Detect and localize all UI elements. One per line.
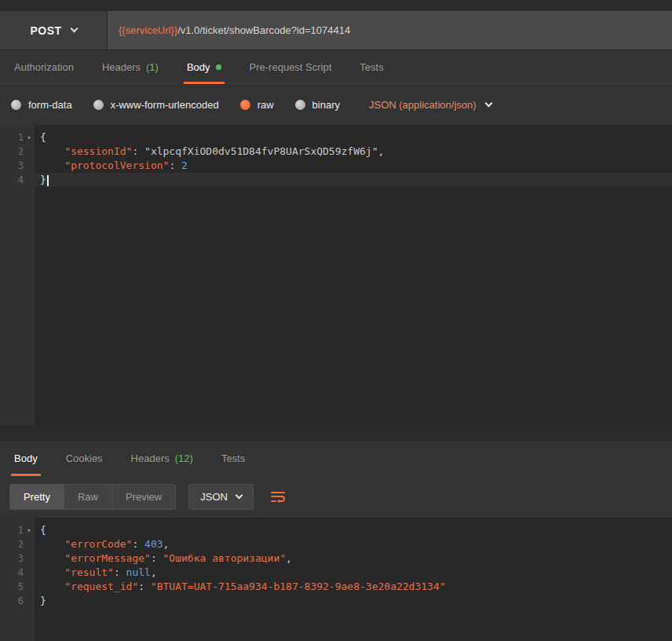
tab-tests[interactable]: Tests xyxy=(345,50,397,83)
tab-label: Tests xyxy=(221,452,245,464)
code-token: , xyxy=(378,145,384,157)
code-token: "sessionId" xyxy=(64,145,132,157)
code-token xyxy=(40,552,64,564)
code-token: "BTUAT=UAT-715aa934-b187-8392-9ae8-3e20a… xyxy=(151,581,446,592)
line-number: 3 xyxy=(0,159,35,173)
code-line: } xyxy=(35,594,672,608)
code-token: "result" xyxy=(64,566,114,578)
tab-authorization[interactable]: Authorization xyxy=(0,50,88,83)
tab-body[interactable]: Body xyxy=(173,50,236,83)
line-number: 2 xyxy=(0,537,35,551)
code-token: : xyxy=(132,145,144,157)
code-token xyxy=(40,538,64,550)
code-token: } xyxy=(40,595,46,606)
mode-label: raw xyxy=(257,99,274,111)
code-token xyxy=(40,159,64,171)
tab-label: Body xyxy=(14,452,38,464)
mode-x-www-form-urlencoded[interactable]: x-www-form-urlencoded xyxy=(93,99,219,111)
code-token: : xyxy=(151,552,163,564)
mode-label: x-www-form-urlencoded xyxy=(111,99,219,111)
response-tabs: Body Cookies Headers (12) Tests xyxy=(0,441,672,475)
postman-window: POST {{serviceUrl}}/v1.0/ticket/showBarc… xyxy=(0,0,672,641)
mode-binary[interactable]: binary xyxy=(295,99,340,111)
editor-gutter: 1▾23456 xyxy=(0,518,35,641)
request-tabs: Authorization Headers (1) Body Pre-reque… xyxy=(0,50,672,84)
pretty-button[interactable]: Pretty xyxy=(10,485,64,509)
headers-count-badge: (1) xyxy=(146,61,159,73)
tab-response-tests[interactable]: Tests xyxy=(207,441,259,475)
tab-label: Body xyxy=(187,61,210,73)
tab-label: Headers xyxy=(102,61,141,73)
editor-gutter: 1▾234 xyxy=(0,125,35,425)
response-format-select[interactable]: JSON xyxy=(188,484,254,510)
code-token: "errorCode" xyxy=(64,538,132,550)
format-label: JSON xyxy=(200,491,228,503)
headers-count-badge: (12) xyxy=(175,452,193,464)
code-token: : xyxy=(138,581,151,592)
tab-label: Tests xyxy=(360,61,383,73)
chevron-down-icon xyxy=(70,25,78,33)
code-line: "request_id": "BTUAT=UAT-715aa934-b187-8… xyxy=(35,580,672,594)
tab-label: Headers xyxy=(131,452,170,464)
code-token: { xyxy=(40,131,46,143)
content-type-label: JSON (application/json) xyxy=(369,99,477,111)
viewer-code-area: { "errorCode": 403, "errorMessage": "Оши… xyxy=(35,518,672,641)
fold-arrow-icon[interactable]: ▾ xyxy=(24,523,35,537)
body-green-dot xyxy=(216,64,221,70)
code-token xyxy=(40,566,64,578)
mode-label: form-data xyxy=(28,99,72,111)
request-bar: POST {{serviceUrl}}/v1.0/ticket/showBarc… xyxy=(0,11,672,50)
code-token: "Ошибка авторизации" xyxy=(163,552,287,564)
method-select[interactable]: POST xyxy=(0,11,108,49)
radio-icon xyxy=(11,100,21,110)
code-token: "protocolVersion" xyxy=(64,159,169,171)
code-line: "sessionId": "xlpcqfXiOD0dv51D84fvP8UArS… xyxy=(35,145,672,159)
mode-label: binary xyxy=(312,99,340,111)
tab-pre-request-script[interactable]: Pre-request Script xyxy=(236,50,346,83)
code-token: null xyxy=(126,566,151,578)
line-number: 4 xyxy=(0,173,35,187)
tab-response-headers[interactable]: Headers (12) xyxy=(117,441,207,475)
raw-button[interactable]: Raw xyxy=(64,485,111,509)
line-number: 3 xyxy=(0,551,35,566)
radio-icon xyxy=(295,100,305,110)
code-token: } xyxy=(40,174,46,185)
wrap-lines-button[interactable] xyxy=(266,485,290,508)
fold-arrow-icon[interactable]: ▾ xyxy=(24,130,35,145)
editor-code-area[interactable]: { "sessionId": "xlpcqfXiOD0dv51D84fvP8UA… xyxy=(35,125,672,425)
response-body-viewer: 1▾23456 { "errorCode": 403, "errorMessag… xyxy=(0,518,672,641)
code-line: "protocolVersion": 2 xyxy=(35,159,672,173)
mode-form-data[interactable]: form-data xyxy=(11,99,72,111)
body-mode-row: form-data x-www-form-urlencoded raw bina… xyxy=(0,84,672,125)
view-mode-group: Pretty Raw Preview xyxy=(9,484,176,510)
code-line: } xyxy=(35,173,672,187)
method-label: POST xyxy=(30,24,61,37)
code-token: , xyxy=(286,552,292,564)
text-cursor xyxy=(47,175,49,186)
url-input[interactable]: {{serviceUrl}}/v1.0/ticket/showBarcode?i… xyxy=(108,11,672,49)
tab-label: Authorization xyxy=(14,61,74,73)
code-line: { xyxy=(35,130,672,145)
code-token: "xlpcqfXiOD0dv51D84fvP8UArSxQD59zfW6j" xyxy=(144,145,378,157)
window-top-strip xyxy=(0,0,672,11)
tab-label: Cookies xyxy=(66,452,103,464)
preview-button[interactable]: Preview xyxy=(111,485,175,509)
tab-headers[interactable]: Headers (1) xyxy=(88,50,173,83)
code-line: "errorCode": 403, xyxy=(35,537,672,551)
code-token xyxy=(40,145,64,157)
tab-response-body[interactable]: Body xyxy=(0,441,52,475)
request-body-editor: 1▾234 { "sessionId": "xlpcqfXiOD0dv51D84… xyxy=(0,125,672,425)
content-type-select[interactable]: JSON (application/json) xyxy=(369,99,491,111)
mode-raw[interactable]: raw xyxy=(240,99,274,111)
code-line: { xyxy=(35,523,672,537)
chevron-down-icon xyxy=(484,99,492,107)
line-number: 1▾ xyxy=(0,523,35,537)
code-token xyxy=(40,581,64,592)
code-line: "errorMessage": "Ошибка авторизации", xyxy=(35,551,672,566)
section-divider xyxy=(0,425,672,441)
code-token: 403 xyxy=(144,538,163,550)
tab-cookies[interactable]: Cookies xyxy=(52,441,117,475)
code-token: : xyxy=(114,566,126,578)
radio-icon xyxy=(93,100,104,110)
code-token: "request_id" xyxy=(64,581,138,592)
